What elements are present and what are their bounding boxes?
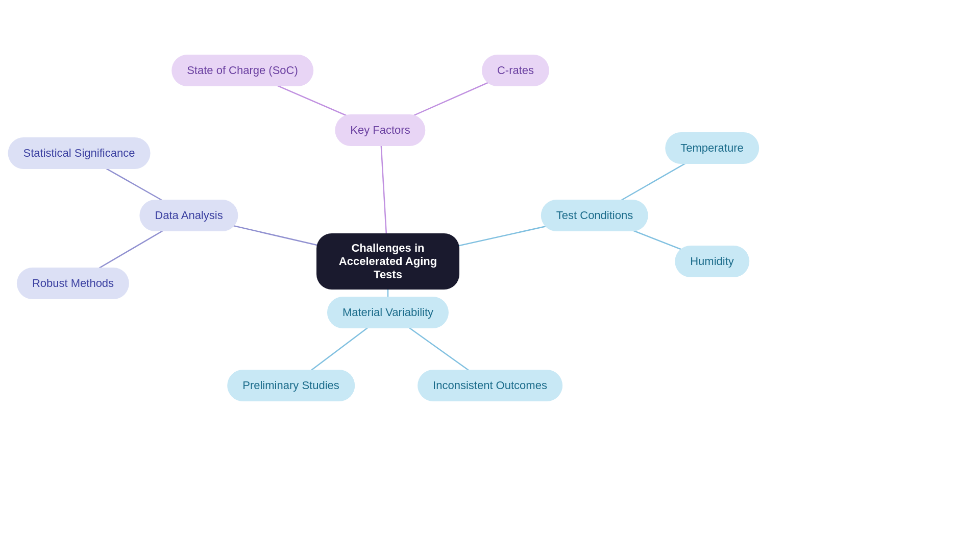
node-center: Challenges in Accelerated Aging Tests xyxy=(316,233,459,290)
node-inconsistent_outcomes: Inconsistent Outcomes xyxy=(418,370,562,401)
mindmap-container: Challenges in Accelerated Aging TestsKey… xyxy=(0,0,980,553)
node-humidity: Humidity xyxy=(675,246,749,277)
node-state_of_charge: State of Charge (SoC) xyxy=(172,55,313,86)
node-test_conditions: Test Conditions xyxy=(541,200,648,231)
node-temperature: Temperature xyxy=(665,132,759,164)
node-key_factors: Key Factors xyxy=(335,114,425,146)
node-statistical_significance: Statistical Significance xyxy=(8,137,151,169)
node-preliminary_studies: Preliminary Studies xyxy=(227,370,355,401)
node-c_rates: C-rates xyxy=(482,55,549,86)
node-data_analysis: Data Analysis xyxy=(139,200,238,231)
node-robust_methods: Robust Methods xyxy=(17,268,129,299)
node-material_variability: Material Variability xyxy=(327,297,449,328)
